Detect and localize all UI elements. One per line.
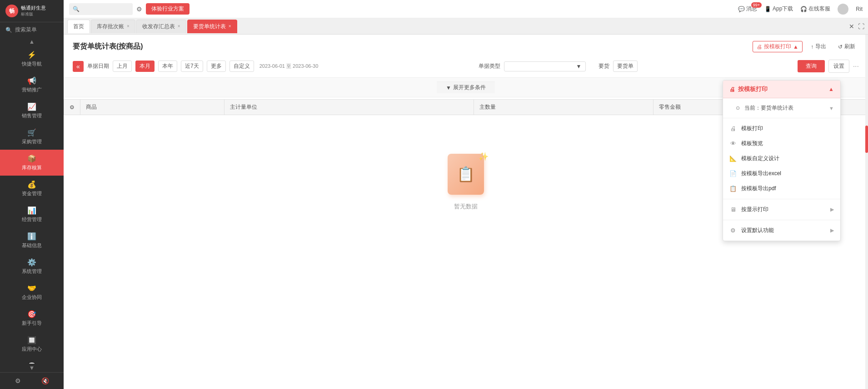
settings-bottom-icon[interactable]: ⚙ xyxy=(15,377,21,384)
th-unit: 主计量单位 xyxy=(224,100,474,115)
dropdown-template-excel[interactable]: 📄 按模板导出excel xyxy=(723,166,840,181)
tab-close-all-btn[interactable]: ✕ xyxy=(849,23,854,30)
dropdown-chevron-icon[interactable]: ▲ xyxy=(828,86,834,92)
app-download[interactable]: 📱 App下载 xyxy=(764,5,793,13)
print-btn[interactable]: 🖨 按模板打印 ▲ xyxy=(753,41,803,52)
date-this-month-btn[interactable]: 本月 xyxy=(135,61,155,72)
display-print-label: 按显示打印 xyxy=(741,206,768,213)
page-header: 要货单统计表(按商品) 🖨 按模板打印 ▲ ↑ 导出 ↺ 刷新 xyxy=(64,35,868,57)
sidebar-item-finance[interactable]: 💰 资金管理 xyxy=(0,176,64,202)
filter-area: « 单据日期 上月 本月 本年 近7天 更多 自定义 2023-06-01 至 … xyxy=(64,57,868,77)
dropdown-template-preview[interactable]: 👁 模板预览 xyxy=(723,136,840,151)
scroll-up-btn[interactable]: ▲ xyxy=(0,37,64,46)
purchase-icon: 🛒 xyxy=(27,128,36,137)
audio-bottom-icon[interactable]: 🔇 xyxy=(41,377,49,384)
tab-order-summary-close[interactable]: × xyxy=(229,24,231,29)
more-options-icon[interactable]: ··· xyxy=(853,62,859,71)
dropdown-header: 🖨 按模板打印 ▲ xyxy=(723,81,840,98)
export-btn[interactable]: ↑ 导出 xyxy=(807,41,830,52)
tab-order-summary[interactable]: 要货单统计表 × xyxy=(187,20,237,33)
sidebar-item-guide[interactable]: 🎯 新手引导 xyxy=(0,305,64,331)
purchase-label: 采购管理 xyxy=(22,138,42,145)
tab-home[interactable]: 首页 xyxy=(67,20,90,33)
th-settings[interactable]: ⚙ xyxy=(64,100,80,115)
tab-bar-right: ✕ ⛶ xyxy=(849,23,864,30)
headset-icon: 🎧 xyxy=(800,6,807,12)
messages-badge[interactable]: 💬 消息 99+ xyxy=(738,5,757,13)
message-icon: 💬 xyxy=(738,6,745,12)
tab-receipt-summary-close[interactable]: × xyxy=(178,24,180,29)
sidebar-item-operations[interactable]: 📊 经营管理 xyxy=(0,202,64,227)
template-preview-icon: 👁 xyxy=(729,140,737,147)
online-service-label: 在线客服 xyxy=(808,5,830,13)
header-search[interactable]: 🔍 xyxy=(69,3,133,15)
dropdown-printer-icon: 🖨 xyxy=(729,86,735,93)
filter-expand-btn[interactable]: « xyxy=(73,61,84,72)
sidebar-item-marketing[interactable]: 📢 营销推广 xyxy=(0,72,64,98)
app-download-label: App下载 xyxy=(773,5,793,13)
search-icon: 🔍 xyxy=(5,27,12,33)
sidebar-item-appstore[interactable]: 🔲 应用中心 xyxy=(0,331,64,357)
inventory-label: 库存核算 xyxy=(22,164,42,171)
date-more-btn[interactable]: 更多 xyxy=(207,61,226,72)
query-btn[interactable]: 查询 xyxy=(798,60,825,72)
sidebar-item-enterprise[interactable]: 🤝 企业协同 xyxy=(0,279,64,305)
settings-btn[interactable]: 设置 xyxy=(828,60,849,73)
dropdown-template-pdf[interactable]: 📋 按模板导出pdf xyxy=(723,181,840,196)
sidebar-nav: ⚡ 快捷导航 📢 营销推广 📈 销售管理 🛒 采购管理 📦 库存核算 💰 资金管… xyxy=(0,46,64,364)
tab-maximize-btn[interactable]: ⛶ xyxy=(858,23,864,30)
sidebar-item-basics[interactable]: ℹ️ 基础信息 xyxy=(0,227,64,253)
scrollbar-thumb[interactable] xyxy=(865,126,868,153)
sidebar-item-sales[interactable]: 📈 销售管理 xyxy=(0,98,64,124)
vertical-scrollbar[interactable] xyxy=(865,35,868,389)
tab-receipt-summary[interactable]: 收发存汇总表 × xyxy=(136,20,186,33)
yaohuodan-label: 要货 xyxy=(599,62,609,70)
guide-label: 新手引导 xyxy=(22,320,42,327)
dropdown-set-default[interactable]: ⚙ 设置默认功能 ▶ xyxy=(723,223,840,238)
filter-more-label: 展开更多条件 xyxy=(453,84,486,91)
sidebar-bottom: ⚙ 🔇 xyxy=(0,372,64,389)
date-last-month-btn[interactable]: 上月 xyxy=(113,61,132,72)
trial-btn[interactable]: 体验行业方案 xyxy=(146,3,190,15)
template-design-icon: 📐 xyxy=(729,155,737,162)
sidebar-search[interactable]: 🔍 搜索菜单 xyxy=(0,22,64,37)
appstore-label: 应用中心 xyxy=(22,346,42,353)
tab-inventory-batch-close[interactable]: × xyxy=(127,24,130,29)
sidebar-item-purchase[interactable]: 🛒 采购管理 xyxy=(0,124,64,150)
tab-inventory-batch-label: 库存批次账 xyxy=(97,23,124,30)
sidebar-item-inventory[interactable]: 📦 库存核算 xyxy=(0,150,64,176)
dropdown-template-print[interactable]: 🖨 模板打印 xyxy=(723,121,840,136)
dropdown-current-template[interactable]: ⊙ 当前：要货单统计表 ▼ xyxy=(723,101,840,115)
type-filter-select[interactable]: ▼ xyxy=(504,61,586,71)
refresh-btn[interactable]: ↺ 刷新 xyxy=(834,41,859,52)
type-chevron-icon: ▼ xyxy=(576,63,582,70)
date-custom-btn[interactable]: 自定义 xyxy=(229,61,254,72)
sidebar-item-system[interactable]: ⚙️ 系统管理 xyxy=(0,253,64,279)
sidebar-item-quick-nav[interactable]: ⚡ 快捷导航 xyxy=(0,46,64,72)
scroll-down-btn[interactable]: ▼ xyxy=(0,364,64,372)
yaohuodan-filter[interactable]: 要货单 xyxy=(613,61,638,72)
expand-more-icon: ▼ xyxy=(446,85,451,91)
filter-more-btn[interactable]: ▼ 展开更多条件 xyxy=(437,81,495,93)
refresh-btn-label: 刷新 xyxy=(844,43,855,51)
marketing-label: 营销推广 xyxy=(22,86,42,93)
dropdown-template-design[interactable]: 📐 模板自定义设计 xyxy=(723,151,840,166)
template-excel-label: 按模板导出excel xyxy=(741,170,781,177)
print-dropdown: 🖨 按模板打印 ▲ ⊙ 当前：要货单统计表 ▼ 🖨 模板打印 xyxy=(723,80,841,241)
logo-text-area: 畅通好生意 标准版 xyxy=(21,5,46,17)
header-gear-icon[interactable]: ⚙ xyxy=(136,5,142,13)
online-service[interactable]: 🎧 在线客服 xyxy=(800,5,830,13)
date-7days-btn[interactable]: 近7天 xyxy=(181,61,203,72)
dropdown-display-print[interactable]: 🖥 按显示打印 ▶ xyxy=(723,202,840,217)
app-edition: 标准版 xyxy=(21,11,46,17)
tab-inventory-batch[interactable]: 库存批次账 × xyxy=(91,20,135,33)
user-avatar[interactable] xyxy=(838,4,848,15)
empty-text: 暂无数据 xyxy=(454,202,478,211)
appstore-icon: 🔲 xyxy=(27,336,36,344)
date-this-year-btn[interactable]: 本年 xyxy=(158,61,177,72)
top-header: 🔍 ⚙ 体验行业方案 💬 消息 99+ 📱 App下载 🎧 在线客服 Rit xyxy=(64,0,868,18)
sidebar-item-wecom[interactable]: 💬 企业微信 xyxy=(0,357,64,364)
yaohuodan-text: 要货单 xyxy=(617,62,634,70)
empty-sparkle-icon: ✨ xyxy=(479,152,489,162)
basics-icon: ℹ️ xyxy=(27,232,36,241)
